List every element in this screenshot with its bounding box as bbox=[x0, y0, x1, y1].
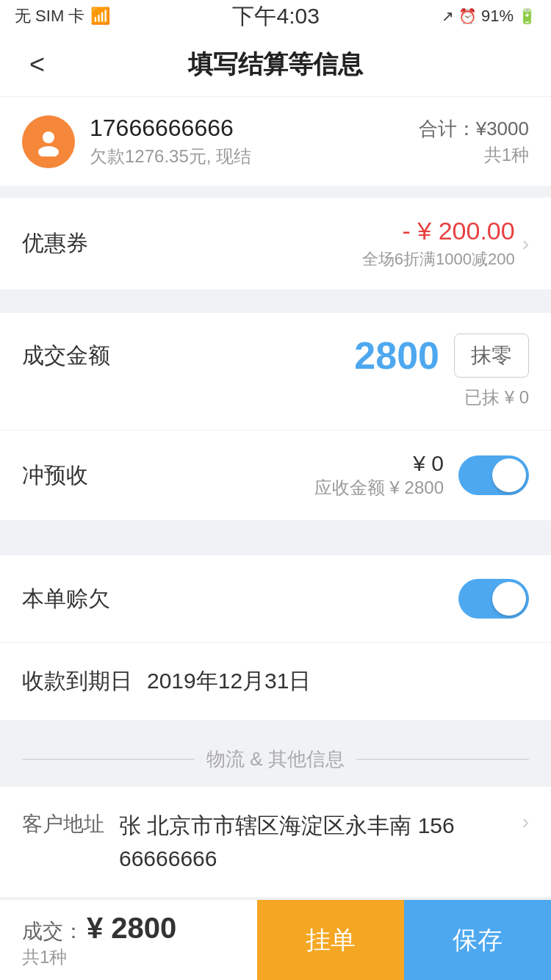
location-icon: ↗ bbox=[442, 7, 454, 25]
total-label: 合计：¥3000 bbox=[419, 116, 529, 142]
owe-toggle[interactable] bbox=[458, 579, 529, 619]
avatar bbox=[22, 115, 75, 168]
customer-left: 17666666666 欠款1276.35元, 现结 bbox=[22, 115, 251, 168]
owe-label: 本单赊欠 bbox=[22, 584, 110, 614]
due-date-value: 2019年12月31日 bbox=[147, 666, 311, 696]
amount-sub: 已抹 ¥ 0 bbox=[464, 387, 529, 407]
logistics-line-left bbox=[22, 759, 195, 760]
logistics-label: 物流 & 其他信息 bbox=[206, 746, 345, 772]
amount-sub-row: 已抹 ¥ 0 bbox=[22, 385, 529, 409]
status-right: ↗ ⏰ 91% 🔋 bbox=[442, 7, 536, 26]
amount-row: 成交金额 2800 抹零 bbox=[22, 334, 529, 378]
prereceive-amount: ¥ 0 bbox=[314, 451, 444, 476]
customer-info-card: 17666666666 欠款1276.35元, 现结 合计：¥3000 共1种 bbox=[0, 97, 551, 186]
section-divider-2 bbox=[0, 532, 551, 544]
amount-section: 成交金额 2800 抹零 已抹 ¥ 0 bbox=[0, 313, 551, 430]
customer-debt: 欠款1276.35元, 现结 bbox=[90, 145, 251, 168]
prereceive-label: 冲预收 bbox=[22, 461, 88, 491]
total-count: 共1种 bbox=[419, 143, 529, 167]
content: 17666666666 欠款1276.35元, 现结 合计：¥3000 共1种 … bbox=[0, 97, 551, 980]
svg-point-1 bbox=[38, 146, 59, 156]
coupon-chevron-icon: › bbox=[522, 232, 529, 256]
owe-row: 本单赊欠 bbox=[0, 555, 551, 643]
address-label: 客户地址 bbox=[22, 809, 104, 838]
owe-toggle-knob bbox=[492, 582, 526, 616]
back-button[interactable]: < bbox=[22, 42, 52, 87]
prereceive-amount-block: ¥ 0 应收金额 ¥ 2800 bbox=[314, 451, 444, 500]
coupon-label: 优惠券 bbox=[22, 228, 88, 259]
toggle-knob bbox=[492, 458, 526, 492]
status-left: 无 SIM 卡 📶 bbox=[15, 5, 110, 27]
amount-value: 2800 bbox=[354, 334, 439, 378]
logistics-divider: 物流 & 其他信息 bbox=[0, 732, 551, 787]
address-section[interactable]: 客户地址 张 北京市市辖区海淀区永丰南 156 66666666 › bbox=[0, 787, 551, 897]
amount-label: 成交金额 bbox=[22, 341, 110, 371]
due-date-label: 收款到期日 bbox=[22, 666, 132, 696]
page-title: 填写结算等信息 bbox=[188, 48, 363, 82]
coupon-row[interactable]: 优惠券 - ¥ 200.00 全场6折满1000减200 › bbox=[0, 198, 551, 289]
nav-bar: < 填写结算等信息 bbox=[0, 32, 551, 97]
prereceive-toggle[interactable] bbox=[458, 455, 529, 495]
bottom-bar: 成交： ¥ 2800 共1种 挂单 保存 bbox=[0, 899, 551, 980]
bottom-amount: ¥ 2800 bbox=[87, 912, 176, 945]
address-row: 客户地址 张 北京市市辖区海淀区永丰南 156 66666666 › bbox=[0, 787, 551, 897]
bottom-deal-row: 成交： ¥ 2800 bbox=[22, 912, 235, 945]
status-time: 下午4:03 bbox=[232, 1, 319, 32]
coupon-right: - ¥ 200.00 全场6折满1000减200 › bbox=[362, 217, 529, 270]
prereceive-section: 冲预收 ¥ 0 应收金额 ¥ 2800 bbox=[0, 430, 551, 520]
coupon-discount-block: - ¥ 200.00 全场6折满1000减200 bbox=[362, 217, 515, 270]
hang-button[interactable]: 挂单 bbox=[257, 900, 404, 981]
battery-text: 91% bbox=[481, 7, 514, 26]
bottom-count: 共1种 bbox=[22, 945, 235, 969]
wifi-icon: 📶 bbox=[90, 7, 110, 26]
status-bar: 无 SIM 卡 📶 下午4:03 ↗ ⏰ 91% 🔋 bbox=[0, 0, 551, 32]
due-date-row: 收款到期日 2019年12月31日 bbox=[0, 643, 551, 720]
prereceive-sub: 应收金额 ¥ 2800 bbox=[314, 476, 444, 500]
alarm-icon: ⏰ bbox=[458, 7, 477, 25]
bottom-info: 成交： ¥ 2800 共1种 bbox=[0, 912, 257, 969]
customer-phone: 17666666666 bbox=[90, 115, 251, 142]
prereceive-right: ¥ 0 应收金额 ¥ 2800 bbox=[314, 451, 529, 500]
coupon-desc: 全场6折满1000减200 bbox=[362, 248, 515, 270]
svg-point-0 bbox=[43, 131, 54, 143]
address-chevron-icon: › bbox=[522, 809, 529, 834]
address-value: 张 北京市市辖区海淀区永丰南 156 66666666 bbox=[119, 809, 508, 875]
prereceive-row: 冲预收 ¥ 0 应收金额 ¥ 2800 bbox=[22, 451, 529, 500]
amount-right: 2800 抹零 bbox=[354, 334, 529, 378]
customer-detail: 17666666666 欠款1276.35元, 现结 bbox=[90, 115, 251, 168]
section-divider-1 bbox=[0, 301, 551, 313]
bottom-deal-label: 成交： bbox=[22, 918, 84, 945]
save-button[interactable]: 保存 bbox=[404, 900, 551, 981]
logistics-line-right bbox=[356, 759, 529, 760]
battery-icon: 🔋 bbox=[518, 7, 536, 25]
owe-section: 本单赊欠 收款到期日 2019年12月31日 bbox=[0, 555, 551, 720]
coupon-discount: - ¥ 200.00 bbox=[362, 217, 515, 245]
round-button[interactable]: 抹零 bbox=[454, 334, 529, 378]
customer-total: 合计：¥3000 共1种 bbox=[419, 116, 529, 167]
no-sim-text: 无 SIM 卡 bbox=[15, 5, 84, 27]
